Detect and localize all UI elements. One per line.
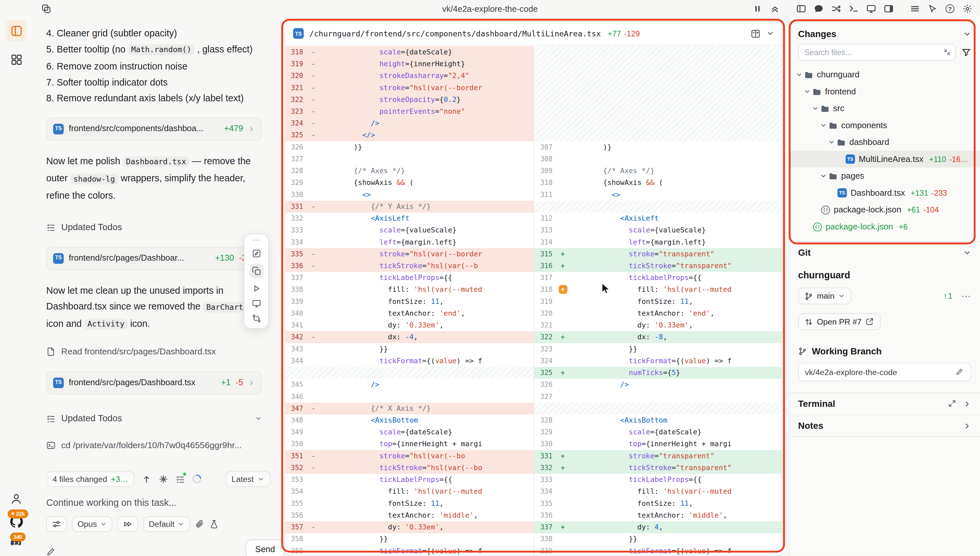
chevron-down-icon[interactable] — [766, 29, 775, 38]
more-options-icon[interactable]: ⋯ — [252, 237, 260, 243]
files-changed-chip[interactable]: 4 files changed +3… — [46, 471, 134, 487]
terminal-icon[interactable] — [849, 3, 859, 14]
notes-section-header[interactable]: Notes — [789, 415, 980, 436]
composer-input[interactable] — [46, 497, 271, 508]
tree-file-package-lock.json[interactable]: {}package-lock.json+6 — [789, 218, 980, 235]
code-text: fontSize: 11, — [569, 296, 782, 307]
code-text — [319, 391, 534, 402]
tree-file-package-lock.json[interactable]: {}package-lock.json+61-104 — [789, 201, 980, 218]
updated-todos-item[interactable]: Updated Todos — [46, 411, 262, 427]
display-icon[interactable] — [866, 3, 877, 14]
diff-marker — [557, 391, 569, 402]
shuffle-icon[interactable] — [831, 3, 841, 14]
settings-gear-icon[interactable] — [962, 3, 972, 14]
diff-filler — [534, 46, 782, 58]
chevron-down-icon[interactable] — [963, 30, 971, 38]
git-compare-icon[interactable] — [251, 314, 261, 323]
experiments-flask-button[interactable] — [210, 520, 219, 529]
discord-link[interactable]: 346 — [10, 538, 23, 548]
expand-icon[interactable] — [948, 399, 957, 408]
line-number: 309 — [534, 165, 557, 177]
git-section-header[interactable]: Git — [789, 242, 980, 263]
branch-dropdown[interactable]: main — [798, 288, 851, 304]
updated-todos-item[interactable]: Updated Todos — [46, 219, 262, 235]
code-text: numTicks={5} — [569, 367, 782, 379]
tree-file-Dashboard.tsx[interactable]: TSDashboard.tsx+131-233 — [789, 184, 980, 201]
collapse-tree-icon[interactable] — [943, 48, 951, 57]
tree-folder-churnguard[interactable]: churnguard — [789, 66, 980, 83]
chat-bubble-icon[interactable] — [814, 3, 824, 14]
github-link[interactable]: ★22k — [10, 515, 23, 528]
working-branch-field[interactable]: vk/4e2a-explore-the-code — [798, 362, 971, 381]
chevron-down-icon[interactable] — [255, 415, 262, 422]
display-icon[interactable] — [251, 299, 261, 308]
pause-icon[interactable] — [752, 3, 763, 14]
latest-dropdown[interactable]: Latest — [226, 471, 271, 487]
line-number: 319 — [534, 296, 557, 307]
tool-action-item[interactable]: cd /private/var/folders/10/h7w0q46556ggr… — [46, 438, 262, 454]
add-comment-button[interactable]: + — [559, 285, 567, 294]
chevron-down-icon[interactable] — [963, 249, 971, 257]
diff-line: 322+ dx: -8, — [534, 331, 782, 343]
lines-added: +1 — [221, 375, 231, 391]
code-text: tickStroke="transparent" — [569, 260, 782, 272]
user-account-icon[interactable] — [10, 493, 23, 505]
line-number: 325 — [534, 367, 557, 379]
help-icon[interactable]: ? — [945, 3, 955, 14]
chevron-right-icon[interactable] — [963, 399, 971, 408]
open-pr-button[interactable]: Open PR #7 — [798, 313, 880, 330]
play-icon[interactable] — [251, 284, 261, 293]
tree-folder-src[interactable]: src — [789, 100, 980, 117]
lines-removed: -16… — [949, 155, 968, 163]
diff-marker — [307, 319, 319, 331]
diff-marker — [307, 165, 319, 177]
boards-grid-icon[interactable] — [10, 54, 22, 66]
tree-file-MultiLineArea.tsx[interactable]: TSMultiLineArea.tsx+110-16… — [789, 151, 980, 168]
mode-dropdown[interactable]: Default — [143, 516, 190, 532]
fast-forward-button[interactable] — [118, 516, 138, 532]
copy-icon[interactable] — [249, 264, 263, 278]
tool-action-item[interactable]: Read frontend/src/pages/Dashboard.tsx — [46, 344, 262, 360]
tree-folder-pages[interactable]: pages — [789, 168, 980, 184]
typescript-icon: TS — [293, 28, 304, 39]
filter-funnel-icon[interactable] — [961, 47, 972, 57]
code-text: strokeOpacity={0.2} — [319, 94, 534, 105]
workspace-active-icon[interactable] — [6, 20, 27, 41]
terminal-section-header[interactable]: Terminal — [789, 393, 980, 414]
file-change-chip[interactable]: TSfrontend/src/components/dashboa...+479 — [46, 117, 262, 141]
diff-marker — [557, 379, 569, 391]
commits-ahead[interactable]: ↑1 — [943, 291, 953, 301]
panel-right-icon[interactable] — [884, 3, 894, 14]
tree-folder-components[interactable]: components — [789, 117, 980, 134]
cursor-icon[interactable] — [928, 3, 938, 14]
pencil-edit-icon[interactable] — [956, 367, 964, 377]
more-options-icon[interactable]: ⋯ — [961, 293, 972, 299]
panel-left-icon[interactable] — [796, 3, 806, 14]
file-change-chip[interactable]: TSfrontend/src/pages/Dashboard.tsx+1-5 — [46, 371, 262, 394]
pen-icon[interactable] — [46, 547, 56, 556]
frames-icon[interactable] — [41, 3, 52, 14]
tree-folder-dashboard[interactable]: dashboard — [789, 134, 980, 150]
tree-folder-frontend[interactable]: frontend — [789, 83, 980, 100]
collapse-up-icon[interactable] — [770, 3, 780, 14]
diff-marker: - — [307, 462, 319, 474]
search-files-input[interactable] — [798, 44, 956, 60]
changes-section-header[interactable]: Changes — [789, 18, 980, 42]
model-dropdown[interactable]: Opus — [72, 516, 112, 532]
attach-paperclip-button[interactable] — [195, 520, 205, 529]
settings-sliders-button[interactable] — [46, 516, 67, 532]
code-text: textAnchor: 'end', — [319, 307, 534, 319]
todos-status-icon[interactable] — [176, 474, 185, 483]
file-change-chip[interactable]: TSfrontend/src/pages/Dashboar...+130-2… — [46, 247, 262, 270]
loading-spinner — [191, 473, 203, 485]
code-text: scale={dateScale} — [569, 426, 782, 438]
sparkle-icon[interactable] — [159, 474, 168, 483]
menu-icon[interactable] — [910, 3, 920, 14]
split-diff-view-icon[interactable] — [751, 29, 761, 39]
scroll-to-top-button[interactable] — [142, 474, 152, 483]
diff-panel: TS /churnguard/frontend/src/components/d… — [284, 21, 783, 556]
edit-icon[interactable] — [251, 249, 261, 258]
chevron-right-icon[interactable] — [963, 422, 971, 430]
code-text: )} — [569, 141, 782, 153]
send-button[interactable]: Send — [246, 540, 284, 556]
